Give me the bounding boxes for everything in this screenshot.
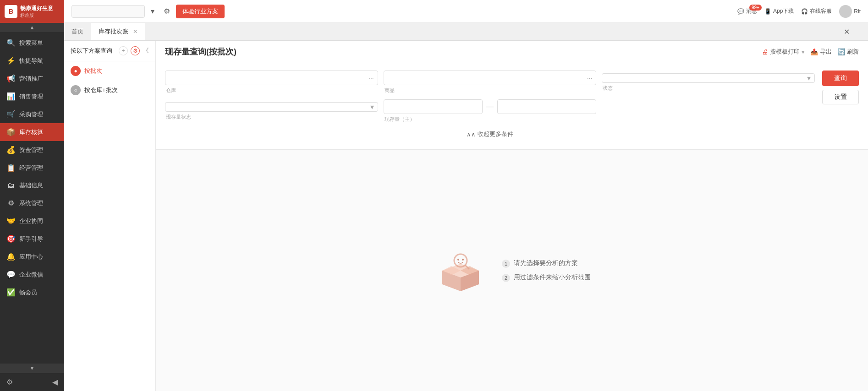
page-header: 现存量查询(按批次) 🖨 按模板打印 ▾ 📤 导出 🔄 刷新: [156, 41, 868, 63]
refresh-icon: 🔄: [837, 48, 845, 55]
collapse-more-btn[interactable]: ∧∧ 收起更多条件: [165, 126, 815, 142]
empty-tip-2: 2 用过滤条件来缩小分析范围: [502, 273, 591, 282]
left-panel: 按以下方案查询 + ⚙ 《 ● 按批次 ○ 按仓库+批次: [64, 41, 156, 391]
header-settings-btn[interactable]: ⚙: [160, 5, 173, 18]
sidebar-label-quick-nav: 快捷导航: [19, 57, 43, 65]
sidebar-item-quick-nav[interactable]: ⚡快捷导航: [0, 52, 64, 70]
sidebar-label-sales: 销售管理: [19, 92, 43, 101]
sidebar-nav: 🔍搜索菜单⚡快捷导航📢营销推广📊销售管理🛒采购管理📦库存核算💰资金管理📋经营管理…: [0, 32, 64, 364]
sidebar-collapse-icon[interactable]: ◀: [52, 378, 58, 386]
page-title: 现存量查询(按批次): [165, 46, 236, 57]
sidebar-logo: B: [5, 5, 17, 18]
sidebar-item-sales[interactable]: 📊销售管理: [0, 87, 64, 105]
sidebar-label-marketing: 营销推广: [19, 75, 43, 83]
filter-area: ··· 仓库 ··· 商品: [156, 63, 868, 150]
inventory-qty-from-input[interactable]: [388, 103, 478, 110]
left-panel-add-btn[interactable]: +: [119, 46, 128, 55]
refresh-label: 刷新: [847, 48, 859, 56]
sidebar-item-wechat[interactable]: 💬企业微信: [0, 266, 64, 283]
scheme-label-warehouse-batch: 按仓库+批次: [84, 86, 118, 94]
inventory-qty-to-input[interactable]: [501, 103, 592, 110]
sidebar-item-basic-info[interactable]: 🗂基础信息: [0, 177, 64, 194]
product-more-icon[interactable]: ···: [587, 74, 593, 81]
user-name: Rit: [854, 8, 861, 15]
sidebar-label-inventory: 库存核算: [19, 128, 43, 136]
warehouse-input[interactable]: [169, 75, 368, 81]
scheme-label-batch: 按批次: [84, 67, 102, 75]
inventory-qty-to[interactable]: [497, 99, 596, 114]
sidebar-item-system[interactable]: ⚙系统管理: [0, 194, 64, 212]
sidebar-label-basic-info: 基础信息: [19, 181, 43, 190]
scheme-item-batch[interactable]: ● 按批次: [64, 61, 155, 81]
warehouse-filter[interactable]: ···: [165, 71, 378, 85]
sidebar-label-system: 系统管理: [19, 199, 43, 207]
sidebar-item-newbie[interactable]: 🎯新手引导: [0, 230, 64, 248]
sidebar-icon-basic-info: 🗂: [6, 181, 16, 190]
inventory-qty-dash: —: [486, 103, 494, 111]
export-label: 导出: [820, 48, 832, 56]
tab-home[interactable]: 首页: [64, 23, 91, 40]
main-area: ▾ ⚙ 体验行业方案 💬 消息 99+ 📱 App下载 🎧 在线客服 Rit: [64, 0, 868, 391]
collapse-up-icon: ∧∧: [467, 131, 476, 138]
print-btn[interactable]: 🖨 按模板打印 ▾: [762, 48, 805, 56]
inventory-qty-from[interactable]: [384, 99, 483, 114]
sidebar-scroll-down[interactable]: ▼: [0, 364, 64, 373]
collapse-more-label: 收起更多条件: [478, 130, 513, 138]
sidebar-icon-quick-nav: ⚡: [6, 56, 16, 65]
sidebar-item-finance[interactable]: 💰资金管理: [0, 141, 64, 159]
tab-inventory-batch-label: 库存批次账: [99, 27, 128, 36]
sidebar-icon-sales: 📊: [6, 92, 16, 101]
sidebar-icon-purchase: 🛒: [6, 110, 16, 119]
sidebar-item-inventory[interactable]: 📦库存核算: [0, 123, 64, 141]
export-btn[interactable]: 📤 导出: [810, 48, 832, 56]
tip-text-2: 用过滤条件来缩小分析范围: [514, 273, 591, 282]
status-dropdown-icon: ▾: [807, 74, 811, 82]
left-panel-header: 按以下方案查询 + ⚙ 《: [64, 41, 155, 61]
refresh-btn[interactable]: 🔄 刷新: [837, 48, 859, 56]
tab-inventory-batch-close[interactable]: ✕: [133, 28, 137, 35]
sidebar-icon-marketing: 📢: [6, 74, 16, 83]
sidebar-icon-system: ⚙: [6, 199, 16, 207]
sidebar-icon-search: 🔍: [6, 38, 16, 47]
empty-state: 1 请先选择要分析的方案 2 用过滤条件来缩小分析范围: [156, 150, 868, 391]
tab-bar-close-btn[interactable]: ✕: [844, 27, 850, 36]
sidebar-label-enterprise: 企业协同: [19, 217, 43, 225]
sidebar-item-operation[interactable]: 📋经营管理: [0, 159, 64, 177]
experience-btn[interactable]: 体验行业方案: [176, 5, 225, 18]
left-panel-collapse-btn[interactable]: 《: [143, 47, 149, 55]
left-panel-title: 按以下方案查询: [71, 47, 112, 55]
settings-btn[interactable]: 设置: [822, 90, 859, 104]
empty-tips: 1 请先选择要分析的方案 2 用过滤条件来缩小分析范围: [502, 259, 591, 282]
header-user[interactable]: Rit: [839, 5, 861, 18]
sidebar-scroll-up[interactable]: ▲: [0, 23, 64, 32]
sidebar-item-enterprise[interactable]: 🤝企业协同: [0, 212, 64, 230]
sidebar-settings-icon[interactable]: ⚙: [6, 378, 13, 386]
left-panel-gear-btn[interactable]: ⚙: [131, 46, 140, 55]
sidebar-item-member[interactable]: ✅畅会员: [0, 283, 64, 301]
query-btn[interactable]: 查询: [822, 71, 859, 86]
tab-inventory-batch[interactable]: 库存批次账 ✕: [91, 23, 145, 40]
sidebar-item-search[interactable]: 🔍搜索菜单: [0, 34, 64, 52]
sidebar-label-wechat: 企业微信: [19, 271, 43, 279]
sidebar-icon-newbie: 🎯: [6, 234, 16, 243]
scheme-item-warehouse-batch[interactable]: ○ 按仓库+批次: [64, 81, 155, 100]
svg-point-7: [457, 259, 459, 261]
inventory-status-filter[interactable]: ▾: [165, 102, 378, 112]
header-app-download[interactable]: 📱 App下载: [764, 7, 794, 15]
tab-bar: 首页 库存批次账 ✕ ✕: [64, 23, 868, 41]
print-icon: 🖨: [762, 48, 768, 55]
product-input[interactable]: [388, 75, 587, 81]
header-search-input[interactable]: [71, 5, 145, 18]
sidebar-bottom: ⚙ ◀: [0, 373, 64, 391]
sidebar-item-marketing[interactable]: 📢营销推广: [0, 70, 64, 87]
product-filter[interactable]: ···: [384, 71, 597, 85]
header-dropdown-btn[interactable]: ▾: [148, 6, 158, 16]
header-message[interactable]: 💬 消息 99+: [737, 7, 757, 15]
online-service-icon: 🎧: [801, 8, 808, 15]
export-icon: 📤: [810, 48, 818, 55]
header-online-service[interactable]: 🎧 在线客服: [801, 7, 832, 15]
status-filter[interactable]: ▾: [602, 73, 815, 83]
sidebar-item-app-center[interactable]: 🔔应用中心: [0, 248, 64, 266]
warehouse-more-icon[interactable]: ···: [368, 74, 374, 81]
sidebar-item-purchase[interactable]: 🛒采购管理: [0, 105, 64, 123]
